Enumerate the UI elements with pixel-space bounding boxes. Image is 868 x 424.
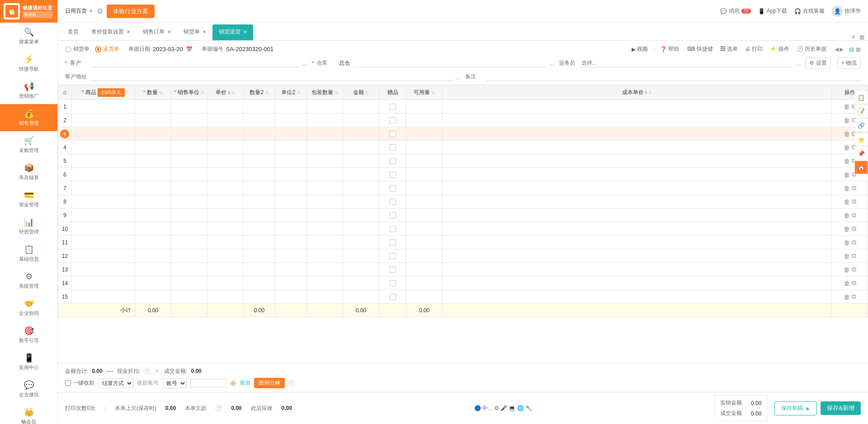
qty2-cell-1[interactable] <box>244 100 275 114</box>
rfloat-btn-4[interactable]: ⭐ <box>854 133 868 146</box>
help-link[interactable]: ❓ 帮助 <box>660 45 679 53</box>
fee-help-icon[interactable]: ? <box>288 380 295 386</box>
sidebar-item-appcenter[interactable]: 📱 应用中心 <box>0 348 57 376</box>
delete-row-12[interactable]: 🗑 <box>844 252 850 260</box>
grid-view-icon[interactable]: ▦ <box>856 46 861 52</box>
payment-checkbox-label[interactable]: 一键收款 <box>65 379 94 387</box>
prev-arrow[interactable]: ◀ <box>835 46 839 52</box>
tab-sales-out-close[interactable]: ✕ <box>203 29 206 34</box>
trial-button[interactable]: 体验行业方案 <box>107 5 155 18</box>
packqty-sort-icon[interactable]: ⇅ <box>335 90 338 95</box>
sidebar-item-member[interactable]: 👑 畅会员 <box>0 403 57 424</box>
delete-row-8[interactable]: 🗑 <box>844 198 850 205</box>
price-sort-icon[interactable]: ⇅ <box>231 90 235 95</box>
settings-button[interactable]: ⚙ 设置 <box>805 57 830 69</box>
packqty-cell-1[interactable] <box>307 100 343 114</box>
barcode-btn[interactable]: 扫码录入 <box>98 88 125 97</box>
gift-cell-3[interactable] <box>379 127 406 141</box>
copy-row-14[interactable]: ⧉ <box>852 279 856 287</box>
delete-row-11[interactable]: 🗑 <box>844 238 850 246</box>
rfloat-btn-3[interactable]: 🔗 <box>854 119 868 132</box>
unit-cell-2[interactable] <box>171 114 208 127</box>
unit2-sort-icon[interactable]: ⇅ <box>297 90 301 95</box>
available-cell-1[interactable] <box>406 100 443 114</box>
sidebar-item-shortcut[interactable]: ⚡ 快捷导航 <box>0 50 57 77</box>
product-input-3[interactable] <box>74 131 133 137</box>
user-item[interactable]: 👤 徐泽华 <box>832 6 861 17</box>
delete-row-7[interactable]: 🗑 <box>844 184 850 192</box>
customer-select-btn[interactable]: ... <box>302 60 307 67</box>
sidebar-item-sales[interactable]: 💰 销售管理 <box>0 104 57 131</box>
tab-price-extract-close[interactable]: ✕ <box>127 29 130 34</box>
packqty-cell-3[interactable] <box>307 127 343 141</box>
unit2-cell-3[interactable] <box>275 127 307 141</box>
address-select-btn[interactable]: ... <box>455 73 461 81</box>
amount-input[interactable] <box>190 379 226 388</box>
copy-row-10[interactable]: ⧉ <box>852 225 856 233</box>
rfloat-btn-5[interactable]: 📌 <box>854 147 868 160</box>
rfloat-btn-1[interactable]: 📋 <box>854 91 868 104</box>
tab-close-all-icon[interactable]: ✕ <box>851 34 856 40</box>
copy-row-9[interactable]: ⧉ <box>852 211 856 219</box>
sidebar-item-basic[interactable]: 📋 基础信息 <box>0 240 57 267</box>
industry-select[interactable]: 日用百货 ▼ <box>65 7 93 15</box>
price-cell-3[interactable] <box>208 127 244 141</box>
sidebar-item-newguide[interactable]: 🎯 新手引导 <box>0 321 57 348</box>
tab-sales-return[interactable]: 销货退货 ✕ <box>212 24 253 40</box>
unit2-cell-2[interactable] <box>275 114 307 127</box>
select-btn[interactable]: ☰ 选单 <box>717 44 741 54</box>
gift-checkbox-9[interactable] <box>390 212 396 219</box>
tab-price-extract[interactable]: 售价提取设置 ✕ <box>85 24 137 40</box>
price-cell-2[interactable] <box>208 114 244 127</box>
gift-checkbox-3[interactable] <box>390 131 396 137</box>
amount-cell-2[interactable] <box>343 114 379 127</box>
tab-sales-order-close[interactable]: ✕ <box>167 29 171 34</box>
address-input[interactable] <box>90 72 453 81</box>
next-arrow[interactable]: ▶ <box>840 46 844 52</box>
tab-sales-return-close[interactable]: ✕ <box>243 29 247 34</box>
gift-checkbox-11[interactable] <box>390 239 396 246</box>
radio-return[interactable]: 退货单 <box>95 45 119 53</box>
costprice-info-icon[interactable]: ℹ <box>645 90 647 95</box>
delete-row-9[interactable]: 🗑 <box>844 211 850 219</box>
save-new-button[interactable]: 保存&新增 <box>821 401 861 415</box>
operate-btn[interactable]: ⚡ 操作 <box>767 44 792 54</box>
delete-row-10[interactable]: 🗑 <box>844 225 850 233</box>
discount-help-icon[interactable]: ? <box>144 368 150 374</box>
qty-cell-2[interactable] <box>135 114 171 127</box>
fee-split-button[interactable]: 费用分摊 <box>254 378 285 388</box>
salesperson-select-btn[interactable]: ... <box>796 60 801 67</box>
sidebar-item-marketing[interactable]: 📢 营销推广 <box>0 77 57 104</box>
topbar-gear-icon[interactable]: ⚙ <box>97 7 103 15</box>
gift-checkbox-1[interactable] <box>390 104 396 110</box>
delete-row-15[interactable]: 🗑 <box>844 293 850 300</box>
add-label[interactable]: 添加 <box>240 379 250 387</box>
gift-cell-2[interactable] <box>379 114 406 127</box>
sidebar-item-system[interactable]: ⚙ 系统管理 <box>0 267 57 294</box>
debt-help-icon[interactable]: ? <box>216 405 222 411</box>
unit-sort-icon[interactable]: ⇅ <box>201 90 204 95</box>
sidebar-item-enterprise[interactable]: 🤝 企业协同 <box>0 294 57 321</box>
amount-cell-3[interactable] <box>343 127 379 141</box>
qty2-cell-2[interactable] <box>244 114 275 127</box>
delete-row-2[interactable]: 🗑 <box>844 116 850 124</box>
add-row-button[interactable]: + <box>60 129 69 138</box>
column-settings-icon[interactable]: ⚙ <box>62 90 67 96</box>
app-download-item[interactable]: 📱 App下载 <box>758 7 787 15</box>
warehouse-input[interactable] <box>354 59 546 67</box>
salesperson-input[interactable] <box>580 59 793 67</box>
warehouse-select-btn[interactable]: ... <box>549 60 554 67</box>
available-sort-icon[interactable]: ⇅ <box>431 90 435 95</box>
logistics-button[interactable]: + 物流 <box>837 57 861 69</box>
sidebar-item-search[interactable]: 🔍 搜索菜单 <box>0 23 57 50</box>
delete-row-14[interactable]: 🗑 <box>844 279 850 287</box>
price-info-icon[interactable]: ℹ <box>228 90 230 95</box>
list-view-icon[interactable]: ▤ <box>849 46 854 52</box>
save-draft-button[interactable]: 保存草稿 ▲ <box>774 401 817 415</box>
gift-checkbox-5[interactable] <box>390 158 396 164</box>
gift-checkbox-7[interactable] <box>390 185 396 191</box>
copy-row-12[interactable]: ⧉ <box>852 252 856 260</box>
print-btn[interactable]: 🖨 打印 <box>742 44 765 54</box>
qty-sort-icon[interactable]: ⇅ <box>159 90 163 95</box>
amount-sort-icon[interactable]: ⇅ <box>365 90 369 95</box>
